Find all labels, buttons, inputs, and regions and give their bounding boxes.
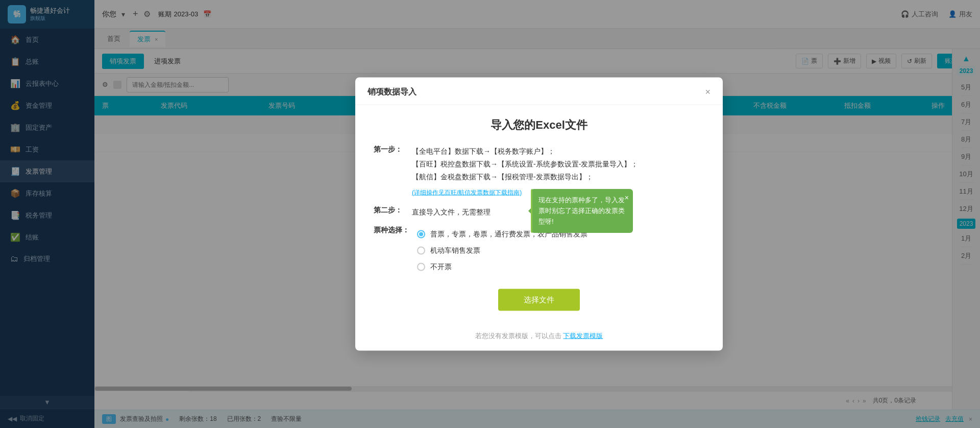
tooltip-close-icon[interactable]: ×	[625, 192, 629, 203]
radio-label-motor: 机动车销售发票	[430, 246, 480, 255]
step1-line2: 【百旺】税控盘数据下载→【系统设置-系统参数设置-发票批量导入】；	[412, 158, 704, 171]
tooltip-content: 现在支持的票种多了，导入发票时别忘了选择正确的发票类型呀!	[538, 196, 625, 225]
radio-noticket[interactable]: 不开票	[417, 262, 587, 271]
dialog-title: 销项数据导入	[368, 87, 416, 98]
ticket-type-row: 票种选择： 普票，专票，卷票，通行费发票，农产品销售发票 机动车销售发票 不开票	[374, 225, 704, 278]
radio-motor[interactable]: 机动车销售发票	[417, 246, 587, 255]
step2-label: 第二步：	[374, 205, 409, 218]
select-file-button[interactable]: 选择文件	[498, 289, 580, 311]
guide-link[interactable]: (详细操作见百旺/航信发票数据下载指南)	[412, 188, 522, 196]
radio-label-noticket: 不开票	[430, 262, 452, 271]
dialog-header: 销项数据导入 ×	[355, 78, 723, 105]
footer-text: 若您没有发票模版，可以点击	[475, 331, 561, 339]
step1-line1: 【全电平台】数据下载→【税务数字账户】；	[412, 145, 704, 158]
dialog-close-icon[interactable]: ×	[705, 87, 710, 98]
step1-line3: 【航信】金税盘数据下载→【报税管理-发票数据导出】；	[412, 171, 704, 183]
dialog-footer: 若您没有发票模版，可以点击 下载发票模版	[355, 326, 723, 350]
step1-label: 第一步：	[374, 145, 409, 199]
radio-btn-motor[interactable]	[417, 246, 425, 254]
ticket-type-label: 票种选择：	[374, 225, 414, 234]
radio-btn-noticket[interactable]	[417, 263, 425, 271]
tooltip: × 现在支持的票种多了，导入发票时别忘了选择正确的发票类型呀!	[531, 189, 633, 233]
radio-group: 普票，专票，卷票，通行费发票，农产品销售发票 机动车销售发票 不开票	[417, 229, 587, 278]
download-template-link[interactable]: 下载发票模版	[563, 331, 603, 339]
dialog-main-title: 导入您的Excel文件	[374, 117, 704, 133]
radio-btn-normal[interactable]	[417, 230, 425, 238]
tooltip-bar	[531, 189, 532, 233]
